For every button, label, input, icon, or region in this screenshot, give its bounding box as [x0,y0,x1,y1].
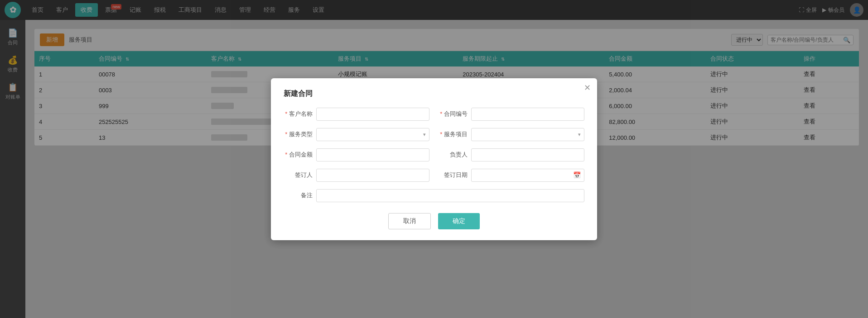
label-responsible: 负责人 [439,151,468,159]
label-service-type: 服务类型 [284,130,313,138]
label-customer-name: 客户名称 [284,110,313,118]
service-type-select-wrap: ▾ [316,128,429,141]
input-customer-name[interactable] [316,108,429,121]
form-row-responsible: 负责人 [439,148,584,161]
form-row-amount: 合同金额 0.00 [284,148,429,161]
label-signer: 签订人 [284,171,313,179]
label-remark: 备注 [284,191,313,199]
select-service-type[interactable] [316,128,429,141]
label-service-item: 服务项目 [439,130,468,138]
label-amount: 合同金额 [284,151,313,159]
close-button[interactable]: ✕ [584,84,591,92]
input-sign-date[interactable]: 2023-06-06 [471,169,584,182]
select-service-item[interactable] [471,128,584,141]
input-remark[interactable] [316,189,584,202]
form-row-remark: 备注 [284,189,584,202]
form-row-customer: 客户名称 [284,108,429,121]
cancel-button[interactable]: 取消 [388,213,431,229]
form-row-sign-date: 签订日期 2023-06-06 📅 [439,169,584,182]
modal-title: 新建合同 [284,89,584,99]
label-sign-date: 签订日期 [439,171,468,179]
service-item-select-wrap: ▾ [471,128,584,141]
input-signer[interactable] [316,169,429,182]
confirm-button[interactable]: 确定 [438,213,480,229]
label-contract-no: 合同编号 [439,110,468,118]
form-row-service-item: 服务项目 ▾ [439,128,584,141]
input-responsible[interactable] [471,148,584,161]
form-row-contract-no: 合同编号 [439,108,584,121]
modal-overlay[interactable]: ✕ 新建合同 客户名称 合同编号 服务类型 ▾ [0,0,868,318]
sign-date-input-wrap: 2023-06-06 📅 [471,169,584,182]
modal-dialog: ✕ 新建合同 客户名称 合同编号 服务类型 ▾ [271,78,597,240]
input-amount[interactable]: 0.00 [316,148,429,161]
form-row-signer: 签订人 [284,169,429,182]
form-row-service-type: 服务类型 ▾ [284,128,429,141]
modal-form: 客户名称 合同编号 服务类型 ▾ 服务项目 [284,108,584,202]
input-contract-no[interactable] [471,108,584,121]
modal-footer: 取消 确定 [284,213,584,229]
